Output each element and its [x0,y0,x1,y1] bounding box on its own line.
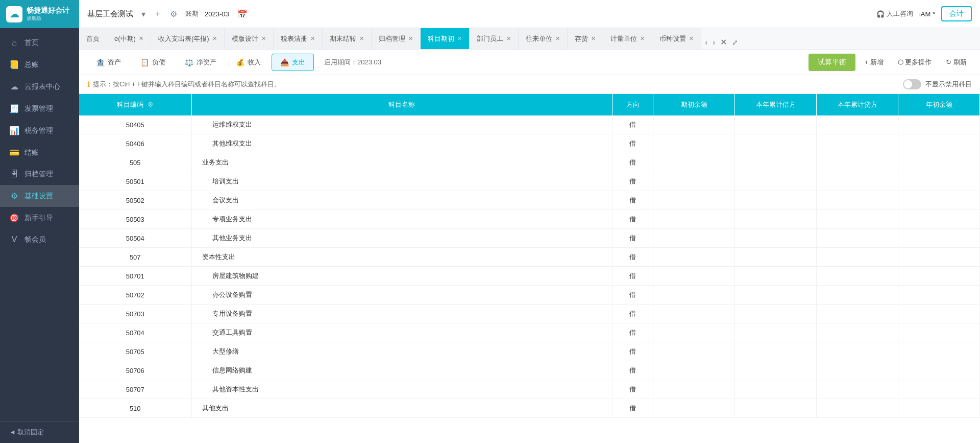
cell-direction: 借 [612,323,653,342]
tab-close-icon[interactable]: ✕ [591,35,596,42]
sub-tab-收入[interactable]: 💰 收入 [227,54,270,71]
table-container[interactable]: 科目编码 ⚙ 科目名称 方向 期初余额 本年累计借方 本年累计贷方 年初余额 5… [79,94,980,443]
tab-收入支出表(年报)[interactable]: 收入支出表(年报)✕ [151,28,225,49]
table-row[interactable]: 50705大型修缮借 [79,342,980,361]
nav-label: 发票管理 [24,104,53,113]
tab-e(中期)[interactable]: e(中期)✕ [107,28,151,49]
sidebar-item-首页[interactable]: ⌂ 首页 [0,32,79,54]
tab-close-icon[interactable]: ✕ [359,35,364,42]
sidebar-item-新手引导[interactable]: 🎯 新手引导 [0,207,79,229]
toggle-track[interactable] [903,79,921,89]
tab-首页[interactable]: 首页 [79,28,107,49]
settings-btn[interactable]: ⚙ [168,7,179,21]
more-btn[interactable]: ⬡ 更多操作 [893,55,937,70]
tab-期末结转[interactable]: 期末结转✕ [323,28,372,49]
tab-close-icon[interactable]: ✕ [139,35,143,42]
cell-year-opening [898,115,980,134]
tab-close-icon[interactable]: ✕ [689,35,694,42]
tab-close-icon[interactable]: ✕ [408,35,413,42]
cell-year-opening [898,267,980,286]
table-row[interactable]: 50504其他业务支出借 [79,229,980,248]
tab-scroll-right[interactable]: › [710,36,717,49]
table-row[interactable]: 505业务支出借 [79,153,980,172]
table-row[interactable]: 510其他支出借 [79,399,980,418]
sidebar-item-税务管理[interactable]: 📊 税务管理 [0,120,79,142]
sub-tab-icon: 🏦 [96,58,105,66]
cell-direction: 借 [612,342,653,361]
tab-close-icon[interactable]: ✕ [640,35,645,42]
dropdown-btn[interactable]: ▾ [139,7,148,21]
cell-name: 运维维权支出 [191,115,612,134]
tab-币种设置[interactable]: 币种设置✕ [652,28,701,49]
tab-模版设计[interactable]: 模版设计✕ [225,28,274,49]
calendar-btn[interactable]: 📅 [235,7,250,21]
tab-scroll-left[interactable]: ‹ [703,36,710,49]
table-row[interactable]: 50702办公设备购置借 [79,286,980,305]
table-row[interactable]: 50706信息网络购建借 [79,361,980,380]
add-tab-btn[interactable]: ＋ [152,7,164,21]
sub-tab-资产[interactable]: 🏦 资产 [87,54,130,71]
tab-close-all[interactable]: ✕ [718,35,729,49]
table-row[interactable]: 50701房屋建筑物购建借 [79,267,980,286]
sidebar-footer[interactable]: ◄ 取消固定 [0,421,79,443]
tab-归档管理[interactable]: 归档管理✕ [372,28,421,49]
cell-ytd-credit [817,153,898,172]
col-header-ytd-debit: 本年累计借方 [735,94,817,115]
header-right: 🎧 人工咨询 iAM * 会计 [876,6,972,21]
help-btn[interactable]: 🎧 人工咨询 [876,9,913,18]
sidebar-item-云报表中心[interactable]: ☁ 云报表中心 [0,76,79,98]
tab-往来单位[interactable]: 往来单位✕ [519,28,568,49]
tab-expand[interactable]: ⤢ [730,36,740,49]
cell-direction: 借 [612,153,653,172]
table-row[interactable]: 507资本性支出借 [79,248,980,267]
tab-close-icon[interactable]: ✕ [506,35,511,42]
sub-tab-负债[interactable]: 📋 负债 [132,54,174,71]
table-row[interactable]: 50703专用设备购置借 [79,305,980,323]
cell-ytd-credit [817,172,898,191]
sub-tab-label: 资产 [108,58,121,67]
table-row[interactable]: 50503专项业务支出借 [79,210,980,229]
tab-计量单位[interactable]: 计量单位✕ [603,28,652,49]
cell-year-opening [898,380,980,399]
table-row[interactable]: 50704交通工具购置借 [79,323,980,342]
table-row[interactable]: 50502会议支出借 [79,191,980,210]
table-row[interactable]: 50406其他维权支出借 [79,134,980,153]
cell-direction: 借 [612,210,653,229]
tab-部门员工[interactable]: 部门员工✕ [470,28,519,49]
cell-code: 50702 [79,286,191,305]
cell-direction: 借 [612,361,653,380]
cell-ytd-credit [817,323,898,342]
sidebar-item-基础设置[interactable]: ⚙ 基础设置 [0,185,79,207]
tab-label: 科目期初 [428,34,454,43]
table-row[interactable]: 50707其他资本性支出借 [79,380,980,399]
tab-close-icon[interactable]: ✕ [310,35,315,42]
tab-close-icon[interactable]: ✕ [212,35,217,42]
sidebar-item-结账[interactable]: 💳 结账 [0,142,79,164]
table-row[interactable]: 50501培训支出借 [79,172,980,191]
cell-opening-balance [653,229,735,248]
toggle-switch[interactable]: 不显示禁用科目 [903,79,972,89]
sidebar-item-归档管理[interactable]: 🗄 归档管理 [0,164,79,185]
sub-tab-支出[interactable]: 📤 支出 [272,54,314,71]
refresh-btn[interactable]: ↻ 刷新 [941,55,972,70]
sub-tab-icon: 📤 [280,58,289,66]
calculate-btn[interactable]: 试算平衡 [808,54,855,71]
tab-close-icon[interactable]: ✕ [261,35,266,42]
gear-icon[interactable]: ⚙ [148,101,154,108]
add-btn[interactable]: + 新增 [860,55,889,70]
tab-科目期初[interactable]: 科目期初✕ [421,28,470,49]
tab-close-icon[interactable]: ✕ [457,35,462,42]
tab-存货[interactable]: 存货✕ [568,28,603,49]
cell-ytd-debit [735,380,817,399]
sidebar-item-畅会员[interactable]: V 畅会员 [0,229,79,250]
cell-ytd-debit [735,305,817,323]
sidebar-item-总账[interactable]: 📒 总账 [0,54,79,76]
tab-close-icon[interactable]: ✕ [555,35,560,42]
tab-税表清册[interactable]: 税表清册✕ [274,28,323,49]
sub-tab-净资产[interactable]: ⚖️ 净资产 [176,54,225,71]
account-btn[interactable]: 会计 [941,6,972,21]
nav-label: 总账 [24,60,39,69]
cell-code: 50502 [79,191,191,210]
table-row[interactable]: 50405运维维权支出借 [79,115,980,134]
sidebar-item-发票管理[interactable]: 🧾 发票管理 [0,98,79,120]
